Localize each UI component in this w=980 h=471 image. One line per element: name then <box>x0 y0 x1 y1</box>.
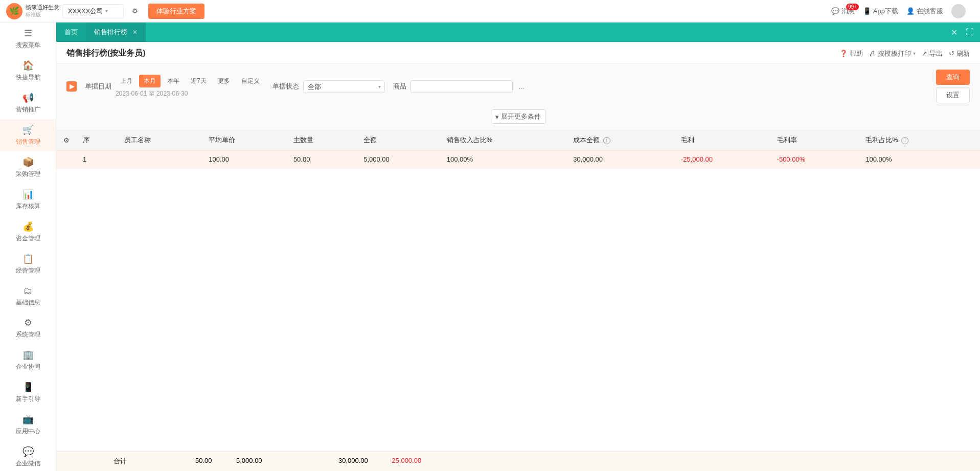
expand-btn-area: ▶ <box>66 81 77 92</box>
gear-icon: ⚙ <box>132 7 138 15</box>
tab-expand-btn[interactable]: ⛶ <box>964 26 976 39</box>
more-filters-btn[interactable]: ▾ 展开更多条件 <box>491 109 545 124</box>
online-service-btn[interactable]: 👤 在线客服 <box>906 7 943 16</box>
filter-row-main: ▶ 单据日期 上月 本月 本年 近7天 更多 自定义 <box>66 70 970 103</box>
tab-bar-actions: ✕ ⛶ <box>949 26 980 39</box>
col-gross-pct: 毛利占比% i <box>859 130 980 150</box>
sidebar-item-guide[interactable]: 📱 新手引导 <box>0 376 56 409</box>
footer-quantity: 50.00 <box>195 457 236 466</box>
sidebar-label-basic-info: 基础信息 <box>16 298 40 307</box>
cell-gross-pct: 100.00% <box>859 150 980 169</box>
export-label: 导出 <box>929 49 943 58</box>
sidebar-item-marketing[interactable]: 📢 营销推广 <box>0 87 56 119</box>
status-filter-label: 单据状态 <box>272 82 299 91</box>
date-filter-tabs-group: 上月 本月 本年 近7天 更多 自定义 2023-06-01 至 2023-06… <box>116 75 264 98</box>
enterprise-icon: 🏢 <box>22 349 34 361</box>
sidebar-item-app-center[interactable]: 📺 应用中心 <box>0 409 56 441</box>
table-body: 1 100.00 50.00 5,000.00 100.00% 30,000.0… <box>56 150 980 169</box>
sidebar-item-basic-info[interactable]: 🗂 基础信息 <box>0 280 56 312</box>
sidebar-label-purchase-mgmt: 采购管理 <box>16 170 40 178</box>
tab-home[interactable]: 首页 <box>56 23 86 42</box>
tab-sales-rank[interactable]: 销售排行榜 ✕ <box>86 23 146 42</box>
basic-info-icon: 🗂 <box>24 285 33 296</box>
goods-filter-group: 商品 ... <box>393 80 527 93</box>
page-title: 销售排行榜(按业务员) <box>66 48 146 59</box>
export-icon: ↗ <box>922 50 927 57</box>
sidebar-label-system: 系统管理 <box>16 330 40 339</box>
date-tab-custom[interactable]: 自定义 <box>237 75 264 87</box>
refresh-btn[interactable]: ↺ 刷新 <box>949 49 970 58</box>
message-btn[interactable]: 💬 消息 99+ <box>831 7 855 16</box>
data-table: ⚙ 序 员工名称 平均单价 主数量 全额 销售收入占比% 成本全额 i 毛利 <box>56 130 980 169</box>
logo-text-block: 畅康通好生意 标准版 <box>26 4 59 18</box>
date-tab-more[interactable]: 更多 <box>213 75 235 87</box>
row-expand <box>56 150 77 169</box>
tab-bar: 首页 销售排行榜 ✕ ✕ ⛶ <box>56 23 980 42</box>
sidebar-item-inventory[interactable]: 📊 库存核算 <box>0 184 56 216</box>
company-dropdown-arrow: ▾ <box>105 8 108 14</box>
sidebar-item-operations[interactable]: 📋 经营管理 <box>0 248 56 280</box>
finance-icon: 💰 <box>22 221 34 232</box>
app-download-btn[interactable]: 📱 App下载 <box>863 7 898 16</box>
trial-button[interactable]: 体验行业方案 <box>148 4 204 19</box>
table-footer: 合计 50.00 5,000.00 30,000.00 -25,000.00 <box>56 451 980 471</box>
cell-gross: -25,000.00 <box>675 150 771 169</box>
filter-right-buttons: 查询 设置 <box>936 70 970 103</box>
goods-input[interactable] <box>411 80 513 93</box>
cost-info-icon[interactable]: i <box>603 137 610 144</box>
marketing-icon: 📢 <box>22 92 34 103</box>
sidebar-item-wechat[interactable]: 💬 企业微信 <box>0 441 56 471</box>
date-tab-7days[interactable]: 近7天 <box>186 75 211 87</box>
col-rank: 序 <box>77 130 118 150</box>
company-name: XXXXX公司 <box>68 7 103 16</box>
help-icon: ❓ <box>839 50 848 57</box>
app-center-icon: 📺 <box>22 414 34 425</box>
content-area: 首页 销售排行榜 ✕ ✕ ⛶ 销售排行榜(按业务员) ❓ 帮助 <box>56 23 980 471</box>
sidebar-item-quick-nav[interactable]: 🏠 快捷导航 <box>0 55 56 87</box>
company-selector[interactable]: XXXXX公司 ▾ <box>62 4 124 18</box>
goods-more-btn[interactable]: ... <box>517 82 527 91</box>
date-tab-this-month[interactable]: 本月 <box>139 75 161 87</box>
gross-pct-info-icon[interactable]: i <box>901 137 908 144</box>
table-row: 1 100.00 50.00 5,000.00 100.00% 30,000.0… <box>56 150 980 169</box>
query-button[interactable]: 查询 <box>936 70 970 85</box>
date-tab-last-month[interactable]: 上月 <box>116 75 137 87</box>
col-gear[interactable]: ⚙ <box>56 130 77 150</box>
app-version: 标准版 <box>26 11 59 18</box>
tab-close-all-btn[interactable]: ✕ <box>949 26 960 39</box>
print-dropdown-arrow: ▾ <box>913 51 916 56</box>
template-print-btn[interactable]: 🖨 按模板打印 ▾ <box>869 49 916 58</box>
sidebar-item-search-order[interactable]: ☰ 搜索菜单 <box>0 23 56 55</box>
date-tab-this-year[interactable]: 本年 <box>163 75 184 87</box>
sidebar-item-finance[interactable]: 💰 资金管理 <box>0 216 56 248</box>
filter-expand-btn[interactable]: ▶ <box>66 81 77 92</box>
logo-icon: 🌿 <box>6 3 22 19</box>
sidebar-item-system[interactable]: ⚙ 系统管理 <box>0 312 56 344</box>
online-service-label: 在线客服 <box>917 7 943 16</box>
user-avatar[interactable] <box>951 4 966 18</box>
help-btn[interactable]: ❓ 帮助 <box>839 49 863 58</box>
sidebar-label-search-order: 搜索菜单 <box>16 41 40 50</box>
quick-nav-icon: 🏠 <box>22 60 34 71</box>
expand-more-row: ▾ 展开更多条件 <box>66 107 970 124</box>
footer-amount: 5,000.00 <box>236 457 287 466</box>
footer-label: 合计 <box>113 457 154 466</box>
sidebar-item-enterprise[interactable]: 🏢 企业协同 <box>0 344 56 376</box>
sidebar-item-sales-mgmt[interactable]: 🛒 销售管理 <box>0 119 56 151</box>
app-name: 畅康通好生意 <box>26 4 59 11</box>
page-actions: ❓ 帮助 🖨 按模板打印 ▾ ↗ 导出 ↺ 刷新 <box>839 49 970 58</box>
cell-rank: 1 <box>77 150 118 169</box>
col-avg-price: 平均单价 <box>202 130 287 150</box>
refresh-icon: ↺ <box>949 50 954 57</box>
service-icon: 👤 <box>906 7 915 15</box>
message-badge: 99+ <box>846 4 859 10</box>
tab-close-icon[interactable]: ✕ <box>132 29 138 36</box>
sidebar-item-purchase-mgmt[interactable]: 📦 采购管理 <box>0 151 56 184</box>
export-btn[interactable]: ↗ 导出 <box>922 49 943 58</box>
cell-employee <box>118 150 203 169</box>
header-settings-btn[interactable]: ⚙ <box>128 4 142 18</box>
setting-button[interactable]: 设置 <box>936 87 970 103</box>
status-select[interactable]: 全部 已审核 未审核 <box>303 80 385 93</box>
more-filters-label: 展开更多条件 <box>501 112 541 121</box>
top-header: 🌿 畅康通好生意 标准版 XXXXX公司 ▾ ⚙ 体验行业方案 💬 消息 99+… <box>0 0 980 23</box>
